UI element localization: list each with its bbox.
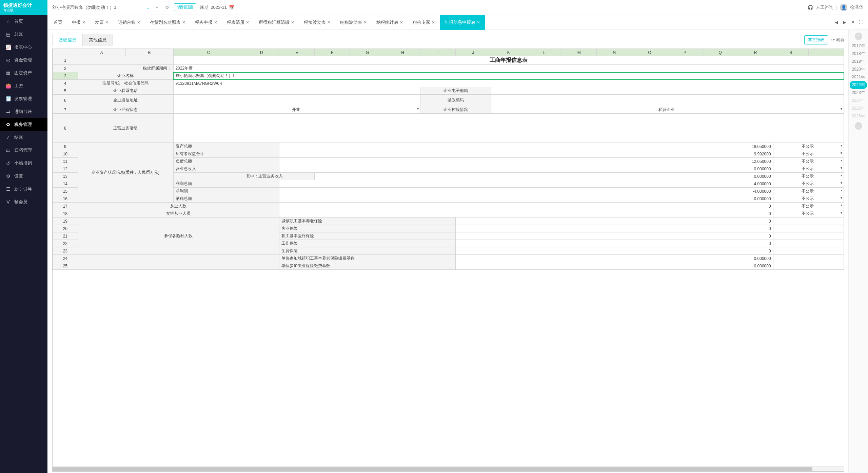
row-header[interactable]: 10 xyxy=(53,150,78,158)
col-header[interactable]: G xyxy=(350,49,385,56)
tab-5[interactable]: 税务申报✕ xyxy=(190,15,222,30)
row-header[interactable]: 14 xyxy=(53,180,78,188)
tab-3[interactable]: 进销台账✕ xyxy=(113,15,145,30)
row-header[interactable]: 5 xyxy=(53,87,78,95)
col-header[interactable]: P xyxy=(667,49,703,56)
tab-4[interactable]: 存货别名对照表✕ xyxy=(145,15,190,30)
row-header[interactable]: 1 xyxy=(53,56,78,65)
row-header[interactable]: 25 xyxy=(53,262,78,270)
tab-1[interactable]: 申报✕ xyxy=(67,15,90,30)
rail-collapse-down-button[interactable]: ⌄ xyxy=(855,122,862,130)
tab-8[interactable]: 税负波动表✕ xyxy=(299,15,335,30)
rail-collapse-up-button[interactable]: ⌃ xyxy=(855,33,862,40)
year-2018年[interactable]: 2018年 xyxy=(850,50,867,58)
sidebar-item-11[interactable]: ↺小畅报销 xyxy=(0,157,47,170)
close-icon[interactable]: ✕ xyxy=(327,20,331,25)
close-icon[interactable]: ✕ xyxy=(214,20,217,25)
inner-tab-1[interactable]: 其他信息 xyxy=(83,34,113,46)
spreadsheet[interactable]: ABCDEFGHIJKLMNOPQRST1工商年报信息表2税款所属期间：2022… xyxy=(52,49,844,467)
sidebar-item-6[interactable]: 🧾发票管理 xyxy=(0,92,47,105)
close-icon[interactable]: ✕ xyxy=(432,20,435,25)
sidebar-item-7[interactable]: ⇄进销台账 xyxy=(0,105,47,118)
horizontal-scrollbar[interactable] xyxy=(52,467,844,472)
col-header[interactable]: B xyxy=(125,49,173,56)
period-selector[interactable]: 账期 2023-11 📅 xyxy=(200,4,234,11)
sidebar-item-13[interactable]: ☰新手引导 xyxy=(0,183,47,195)
inner-tab-0[interactable]: 基础信息 xyxy=(53,34,83,46)
sidebar-item-3[interactable]: ◎资金管理 xyxy=(0,54,47,67)
switch-old-version-button[interactable]: 切到旧版 xyxy=(174,3,196,11)
row-header[interactable]: 9 xyxy=(53,143,78,150)
refresh-button[interactable]: ⟳ 刷新 xyxy=(831,37,844,43)
year-2025年[interactable]: 2025年 xyxy=(850,105,867,112)
tabs-next-button[interactable]: ▶ xyxy=(841,19,848,26)
row-header[interactable]: 21 xyxy=(53,232,78,240)
row-header[interactable]: 19 xyxy=(53,217,78,225)
close-icon[interactable]: ✕ xyxy=(137,20,140,25)
sidebar-item-0[interactable]: ⌂首页 xyxy=(0,15,47,28)
close-icon[interactable]: ✕ xyxy=(105,20,108,25)
close-icon[interactable]: ✕ xyxy=(363,20,367,25)
close-icon[interactable]: ✕ xyxy=(82,20,85,25)
account-selector[interactable]: 刘小艳演示账套（勿删勿动！）1 ⌄ xyxy=(52,4,150,11)
row-header[interactable]: 12 xyxy=(53,165,78,173)
close-icon[interactable]: ✕ xyxy=(246,20,249,25)
year-2017年[interactable]: 2017年 xyxy=(850,42,867,50)
close-icon[interactable]: ✕ xyxy=(477,20,480,25)
col-header[interactable]: K xyxy=(491,49,526,56)
tab-2[interactable]: 发票✕ xyxy=(90,15,113,30)
col-header[interactable]: R xyxy=(738,49,773,56)
add-account-button[interactable]: ＋ xyxy=(153,4,160,11)
sidebar-item-9[interactable]: ✓结账 xyxy=(0,131,47,144)
tab-0[interactable]: 首页 xyxy=(49,15,67,30)
row-header[interactable]: 24 xyxy=(53,255,78,262)
row-header[interactable]: 3 xyxy=(53,72,78,80)
row-header[interactable]: 13 xyxy=(53,173,78,180)
row-header[interactable]: 23 xyxy=(53,247,78,255)
tabs-fullscreen-button[interactable]: ⛶ xyxy=(857,19,865,26)
account-settings-button[interactable]: ⚙ xyxy=(164,5,171,10)
year-2019年[interactable]: 2019年 xyxy=(850,58,867,65)
tab-12[interactable]: 年报信息申报表✕ xyxy=(440,15,485,30)
col-header[interactable]: F xyxy=(314,49,350,56)
col-header[interactable]: H xyxy=(385,49,420,56)
sidebar-item-5[interactable]: 👛工资 xyxy=(0,79,47,92)
col-header[interactable]: A xyxy=(78,49,125,56)
sidebar-item-10[interactable]: 🗂归档管理 xyxy=(0,144,47,157)
year-2024年[interactable]: 2024年 xyxy=(850,97,867,105)
sidebar-item-14[interactable]: V畅会员 xyxy=(0,195,47,208)
row-header[interactable]: 16 xyxy=(53,195,78,203)
close-icon[interactable]: ✕ xyxy=(400,20,403,25)
row-header[interactable]: 22 xyxy=(53,240,78,247)
row-header[interactable]: 4 xyxy=(53,80,78,87)
sidebar-item-2[interactable]: 📈报表中心 xyxy=(0,41,47,54)
year-2026年[interactable]: 2026年 xyxy=(850,112,867,120)
col-header[interactable]: L xyxy=(526,49,561,56)
col-header[interactable]: I xyxy=(420,49,456,56)
col-header[interactable]: D xyxy=(244,49,279,56)
row-header[interactable]: 18 xyxy=(53,210,78,217)
reset-report-button[interactable]: 重置报表 xyxy=(804,35,828,44)
year-2020年[interactable]: 2020年 xyxy=(850,65,867,73)
col-header[interactable]: T xyxy=(808,49,844,56)
row-header[interactable]: 15 xyxy=(53,188,78,195)
row-header[interactable]: 20 xyxy=(53,225,78,232)
col-header[interactable]: O xyxy=(632,49,667,56)
col-header[interactable]: Q xyxy=(703,49,738,56)
sidebar-item-12[interactable]: ⚙设置 xyxy=(0,170,47,183)
sidebar-item-4[interactable]: ▦固定资产 xyxy=(0,67,47,79)
sidebar-item-8[interactable]: ✿税务管理 xyxy=(0,118,47,131)
col-header[interactable]: E xyxy=(279,49,314,56)
row-header[interactable]: 17 xyxy=(53,203,78,210)
col-header[interactable]: M xyxy=(561,49,597,56)
tab-9[interactable]: 纳税波动表✕ xyxy=(335,15,372,30)
col-header[interactable]: J xyxy=(456,49,491,56)
tabs-prev-button[interactable]: ◀ xyxy=(833,19,840,26)
year-2021年[interactable]: 2021年 xyxy=(850,73,867,81)
row-header[interactable]: 2 xyxy=(53,65,78,72)
year-2023年[interactable]: 2023年 xyxy=(850,89,867,97)
col-header[interactable]: S xyxy=(773,49,808,56)
company-name-cell[interactable]: 刘小艳演示账套（勿删勿动！）1 xyxy=(173,72,844,80)
sidebar-item-1[interactable]: ▤总账 xyxy=(0,28,47,41)
tab-6[interactable]: 税表清册✕ xyxy=(222,15,254,30)
